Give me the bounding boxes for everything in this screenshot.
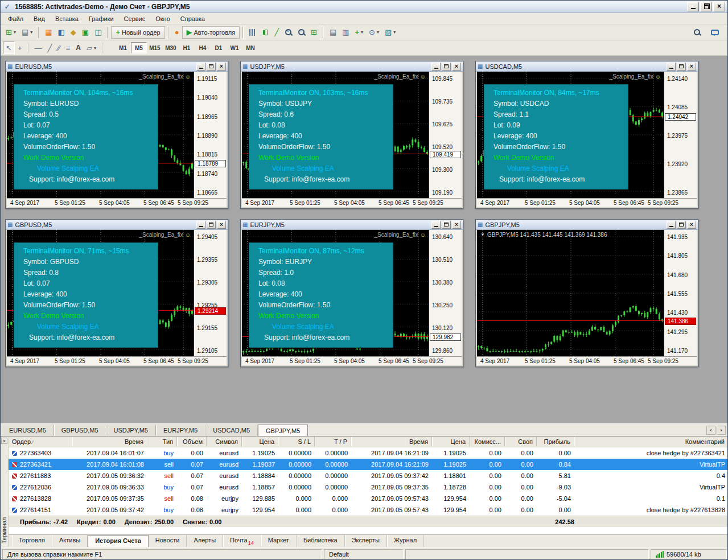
chart-close-button[interactable]: × bbox=[687, 63, 696, 71]
zoom-out-button[interactable]: − bbox=[295, 26, 308, 39]
timeframe-w1[interactable]: W1 bbox=[227, 42, 242, 53]
timeframe-m5[interactable]: M5 bbox=[131, 42, 147, 53]
chart-tab-eurusd-m5[interactable]: EURUSD,M5 bbox=[2, 425, 54, 436]
terminal-tab-1[interactable]: Торговля bbox=[12, 535, 52, 547]
chart-tab-gbpusd-m5[interactable]: GBPUSD,M5 bbox=[54, 425, 106, 436]
data-window-button[interactable]: ◧ bbox=[55, 26, 68, 39]
profiles-button[interactable]: ▤▾ bbox=[19, 26, 35, 39]
chart-window-gbpusd-m5[interactable]: ▦GBPUSD,M5×_Scalping_Ea_fix☺TerminalMoni… bbox=[5, 219, 228, 367]
terminal-tab-7[interactable]: Маркет bbox=[261, 535, 297, 547]
status-profile[interactable]: Default bbox=[324, 549, 404, 559]
terminal-tab-6[interactable]: Почта14 bbox=[223, 535, 261, 547]
chart-plot[interactable]: _Scalping_Ea_fix☺TerminalMonitor ON, 87m… bbox=[242, 230, 429, 356]
chart-minimize-button[interactable] bbox=[431, 221, 441, 229]
close-button[interactable]: × bbox=[713, 2, 725, 11]
auto-trading-button[interactable]: ▶Авто-торговля bbox=[182, 26, 240, 39]
chart-restore-button[interactable] bbox=[442, 63, 451, 71]
restore-button[interactable] bbox=[700, 2, 712, 11]
channel-tool-button[interactable]: ∕∕ bbox=[55, 42, 63, 54]
line-chart-button[interactable]: ╱ bbox=[272, 26, 282, 39]
indicators-button[interactable]: +▾ bbox=[352, 26, 367, 39]
history-row[interactable]: 2276141512017.09.05 09:37:42buy0.08eurjp… bbox=[9, 504, 728, 516]
periods-button[interactable]: ⊙▾ bbox=[366, 26, 382, 39]
history-row[interactable]: 2273634032017.09.04 16:01:07buy0.00eurus… bbox=[9, 447, 728, 459]
column-header-tp[interactable]: T / P bbox=[315, 437, 351, 447]
chart-restore-button[interactable] bbox=[677, 63, 686, 71]
chart-plot[interactable]: _Scalping_Ea_fix☺TerminalMonitor ON, 104… bbox=[7, 72, 194, 198]
chart-tab-eurjpy-m5[interactable]: EURJPY,M5 bbox=[156, 425, 205, 436]
terminal-tab-4[interactable]: Новости bbox=[149, 535, 187, 547]
column-header-price[interactable]: Цена bbox=[242, 437, 278, 447]
chart-minimize-button[interactable] bbox=[196, 221, 205, 229]
chart-minimize-button[interactable] bbox=[196, 63, 205, 71]
tile-windows-button[interactable]: ⊞ bbox=[308, 26, 320, 39]
hline-tool-button[interactable]: — bbox=[32, 42, 45, 54]
zoom-in-button[interactable]: + bbox=[282, 26, 295, 39]
arrange-vertical-button[interactable]: ▥ bbox=[339, 26, 352, 39]
timeframe-h4[interactable]: H4 bbox=[195, 42, 211, 53]
timeframe-m1[interactable]: M1 bbox=[115, 42, 131, 53]
chart-close-button[interactable]: × bbox=[452, 63, 461, 71]
chart-minimize-button[interactable] bbox=[431, 63, 441, 71]
timeframe-d1[interactable]: D1 bbox=[211, 42, 227, 53]
bar-chart-button[interactable] bbox=[246, 26, 259, 39]
chart-restore-button[interactable] bbox=[677, 221, 686, 229]
chart-close-button[interactable]: × bbox=[452, 221, 461, 229]
terminal-tab-9[interactable]: Эксперты bbox=[345, 535, 387, 547]
chart-tabs-scroll-right-button[interactable]: › bbox=[717, 426, 726, 435]
new-chart-button[interactable]: ⊞▾ bbox=[3, 26, 19, 39]
menu-item-6[interactable]: Окно bbox=[150, 14, 175, 23]
chart-window-usdjpy-m5[interactable]: ▦USDJPY,M5×_Scalping_Ea_fix☺TerminalMoni… bbox=[240, 61, 463, 209]
timeframe-h1[interactable]: H1 bbox=[179, 42, 195, 53]
candlestick-chart-button[interactable] bbox=[259, 26, 272, 39]
new-order-button[interactable]: +Новый ордер bbox=[111, 26, 164, 39]
column-header-swap[interactable]: Своп bbox=[505, 437, 537, 447]
column-header-open_time[interactable]: Время bbox=[72, 437, 147, 447]
history-row[interactable]: 2276138282017.09.05 09:37:35sell0.08eurj… bbox=[9, 493, 728, 504]
menu-item-4[interactable]: Графики bbox=[84, 14, 119, 23]
menu-item-5[interactable]: Сервис bbox=[119, 14, 151, 23]
fibonacci-tool-button[interactable]: ≡ bbox=[63, 42, 73, 54]
cursor-tool-button[interactable]: ↖ bbox=[3, 42, 15, 54]
chart-close-button[interactable]: × bbox=[687, 221, 696, 229]
strategy-tester-button[interactable]: ◫ bbox=[92, 26, 104, 39]
column-header-comment[interactable]: Комментарий bbox=[574, 437, 728, 447]
market-watch-button[interactable]: ▦ bbox=[42, 26, 55, 39]
terminal-close-button[interactable]: × bbox=[1, 438, 7, 444]
terminal-tab-2[interactable]: Активы bbox=[52, 535, 88, 547]
crosshair-tool-button[interactable]: + bbox=[15, 42, 25, 54]
chart-plot[interactable]: _Scalping_Ea_fix☺TerminalMonitor ON, 103… bbox=[242, 72, 429, 198]
chart-minimize-button[interactable] bbox=[667, 221, 676, 229]
timeframe-m15[interactable]: M15 bbox=[147, 42, 163, 53]
search-button[interactable] bbox=[690, 26, 704, 39]
column-header-sl[interactable]: S / L bbox=[278, 437, 315, 447]
chart-plot[interactable]: ▼GBPJPY,M5 141.435 141.445 141.369 141.3… bbox=[477, 230, 664, 356]
column-header-close_time[interactable]: Время bbox=[351, 437, 432, 447]
column-header-profit[interactable]: Прибыль bbox=[537, 437, 574, 447]
arrange-horizontal-button[interactable]: ▤ bbox=[327, 26, 339, 39]
history-row[interactable]: 2276120362017.09.05 09:36:33buy0.07eurus… bbox=[9, 481, 728, 493]
templates-button[interactable]: ▨▾ bbox=[382, 26, 398, 39]
column-header-type[interactable]: Тип bbox=[147, 437, 177, 447]
navigator-button[interactable]: ◆ bbox=[68, 26, 79, 39]
chart-restore-button[interactable] bbox=[207, 63, 216, 71]
chart-minimize-button[interactable] bbox=[667, 63, 676, 71]
menu-item-3[interactable]: Вставка bbox=[50, 14, 84, 23]
column-header-close_price[interactable]: Цена bbox=[432, 437, 470, 447]
column-header-commission[interactable]: Комисс... bbox=[470, 437, 505, 447]
timeframe-m30[interactable]: M30 bbox=[163, 42, 179, 53]
column-header-order[interactable]: Ордер ∕ bbox=[9, 437, 72, 447]
column-header-symbol[interactable]: Символ bbox=[207, 437, 242, 447]
text-tool-button[interactable]: А bbox=[73, 42, 84, 54]
chat-button[interactable] bbox=[708, 26, 722, 39]
trendline-tool-button[interactable]: ╱ bbox=[45, 42, 55, 54]
chart-restore-button[interactable] bbox=[207, 221, 216, 229]
terminal-tab-8[interactable]: Библиотека bbox=[297, 535, 345, 547]
terminal-tab-10[interactable]: Журнал bbox=[387, 535, 424, 547]
metaeditor-button[interactable]: ● bbox=[172, 26, 182, 39]
chart-restore-button[interactable] bbox=[442, 221, 451, 229]
menu-item-7[interactable]: Справка bbox=[175, 14, 210, 23]
menu-item-2[interactable]: Вид bbox=[28, 14, 50, 23]
terminal-tab-5[interactable]: Алерты bbox=[187, 535, 223, 547]
chart-window-eurusd-m5[interactable]: ▦EURUSD,M5×_Scalping_Ea_fix☺TerminalMoni… bbox=[5, 61, 228, 209]
